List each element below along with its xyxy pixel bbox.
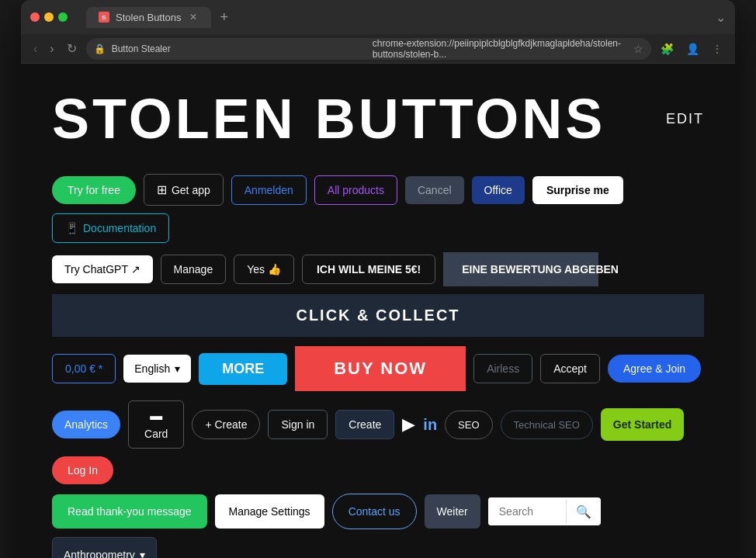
create2-button[interactable]: Create xyxy=(335,410,394,439)
cancel-button[interactable]: Cancel xyxy=(405,176,464,204)
try-for-free-button[interactable]: Try for free xyxy=(52,176,136,204)
menu-button[interactable]: ⋮ xyxy=(709,40,726,58)
address-bar: ‹ › ↻ 🔒 Button Stealer chrome-extension:… xyxy=(21,34,735,64)
eine-bewertung-button[interactable]: EINE BEWERTUNG ABGEBEN xyxy=(443,252,598,286)
page-content: STOLEN BUTTONS EDIT Try for free ⊞ Get a… xyxy=(21,64,735,558)
maximize-traffic-light[interactable] xyxy=(58,12,68,22)
close-traffic-light[interactable] xyxy=(30,12,40,22)
site-name: Button Stealer xyxy=(112,43,366,54)
sign-in-button[interactable]: Sign in xyxy=(268,410,328,439)
edit-button[interactable]: EDIT xyxy=(666,111,704,127)
seo-button[interactable]: SEO xyxy=(445,411,492,439)
try-chatgpt-button[interactable]: Try ChatGPT ↗ xyxy=(52,255,153,283)
read-thank-you-button[interactable]: Read thank-you message xyxy=(52,494,207,529)
traffic-lights xyxy=(30,12,68,22)
linkedin-icon: in xyxy=(423,416,437,434)
manage-settings-button[interactable]: Manage Settings xyxy=(215,494,324,529)
tab-favicon: S xyxy=(99,12,109,23)
analytics-button[interactable]: Analytics xyxy=(52,411,120,438)
anthropometry-button[interactable]: Anthropometry ▾ xyxy=(52,537,157,558)
create-button[interactable]: + Create xyxy=(192,410,260,439)
chevron-down-icon: ▾ xyxy=(140,549,145,558)
all-products-button[interactable]: All products xyxy=(314,175,397,205)
anmelden-button[interactable]: Anmelden xyxy=(231,175,307,205)
more-button[interactable]: MORE xyxy=(199,353,287,385)
url-bar[interactable]: 🔒 Button Stealer chrome-extension://peii… xyxy=(86,38,651,60)
address-bar-right: 🧩 👤 ⋮ xyxy=(657,40,726,58)
accept-button[interactable]: Accept xyxy=(540,354,600,383)
manage-button[interactable]: Manage xyxy=(161,255,227,284)
search-icon-button[interactable]: 🔍 xyxy=(567,498,601,525)
card-icon: ▬ xyxy=(150,409,162,423)
tab-title: Stolen Buttons xyxy=(116,12,182,23)
profile-button[interactable]: 👤 xyxy=(683,40,702,58)
get-started-button[interactable]: Get Started xyxy=(601,408,684,441)
button-row-3: 0,00 € * English ▾ MORE BUY NOW Airless … xyxy=(52,346,704,391)
chevron-down-icon: ▾ xyxy=(175,362,180,375)
new-tab-button[interactable]: + xyxy=(220,9,229,26)
page-header: STOLEN BUTTONS EDIT xyxy=(52,87,704,151)
button-row-4: Analytics ▬ Card + Create Sign in Create… xyxy=(52,400,704,484)
tab-more-button[interactable]: ⌄ xyxy=(716,10,726,25)
browser-tab[interactable]: S Stolen Buttons ✕ xyxy=(86,7,211,28)
ich-will-button[interactable]: ICH WILL MEINE 5€! xyxy=(302,255,435,284)
youtube-button[interactable]: ▶ xyxy=(402,414,415,435)
documentation-button[interactable]: 📱 Documentation xyxy=(52,213,169,243)
tab-right-controls: ⌄ xyxy=(716,10,726,25)
yes-button[interactable]: Yes 👍 xyxy=(234,255,294,284)
page-title: STOLEN BUTTONS xyxy=(52,87,605,151)
forward-button[interactable]: › xyxy=(47,39,57,59)
airless-button[interactable]: Airless xyxy=(473,354,532,383)
bookmark-icon[interactable]: ☆ xyxy=(633,43,643,55)
minimize-traffic-light[interactable] xyxy=(44,12,54,22)
lock-icon: 🔒 xyxy=(94,43,106,54)
technical-seo-button[interactable]: Technical SEO xyxy=(501,411,593,439)
weiter-button[interactable]: Weiter xyxy=(425,494,480,529)
contact-us-button[interactable]: Contact us xyxy=(332,494,417,529)
url-text: chrome-extension://peiinpiplcblgblgfkdjk… xyxy=(373,38,627,60)
tab-bar: S Stolen Buttons ✕ + ⌄ xyxy=(86,7,726,28)
click-collect-button[interactable]: CLICK & COLLECT xyxy=(52,294,704,337)
buy-now-button[interactable]: BUY NOW xyxy=(295,346,466,391)
search-bar: 🔍 xyxy=(488,497,601,525)
agree-join-button[interactable]: Agree & Join xyxy=(608,355,701,383)
grid-icon: ⊞ xyxy=(157,182,167,197)
surprise-me-button[interactable]: Surprise me xyxy=(532,176,623,204)
price-button[interactable]: 0,00 € * xyxy=(52,354,116,383)
title-bar: S Stolen Buttons ✕ + ⌄ xyxy=(21,0,735,34)
search-input[interactable] xyxy=(488,497,566,525)
get-app-button[interactable]: ⊞ Get app xyxy=(144,174,224,206)
browser-window: S Stolen Buttons ✕ + ⌄ ‹ › ↻ 🔒 Button St… xyxy=(21,0,735,558)
button-row-1: Try for free ⊞ Get app Anmelden All prod… xyxy=(52,174,704,243)
english-dropdown[interactable]: English ▾ xyxy=(123,355,191,383)
reload-button[interactable]: ↻ xyxy=(64,38,80,59)
log-in-button[interactable]: Log In xyxy=(52,456,113,484)
extensions-button[interactable]: 🧩 xyxy=(657,40,677,58)
button-row-2: Try ChatGPT ↗ Manage Yes 👍 ICH WILL MEIN… xyxy=(52,252,704,337)
tab-close-button[interactable]: ✕ xyxy=(188,12,199,23)
tablet-icon: 📱 xyxy=(65,222,78,234)
back-button[interactable]: ‹ xyxy=(30,39,40,59)
card-button[interactable]: ▬ Card xyxy=(128,400,184,449)
office-button[interactable]: Office xyxy=(472,176,525,204)
button-row-5: Read thank-you message Manage Settings C… xyxy=(52,494,704,558)
